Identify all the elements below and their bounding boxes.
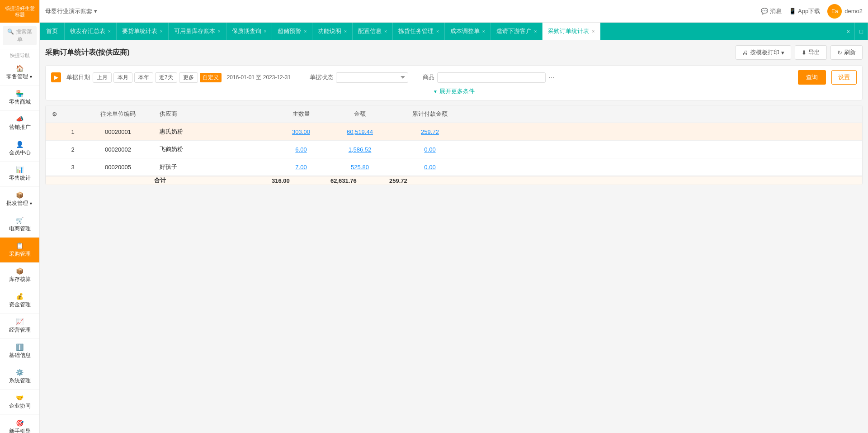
user-profile[interactable]: Ea demo2 (827, 4, 863, 19)
tab-close-function-desc[interactable]: × (344, 29, 347, 34)
row-seq-cell: 3 (64, 158, 82, 176)
tab-close-expiry-query[interactable]: × (264, 29, 267, 34)
footer-extra-cell (471, 176, 862, 185)
footer-seq-cell (64, 176, 82, 185)
tab-config-info[interactable]: 配置信息 × (353, 23, 393, 40)
row-extra-cell (471, 158, 862, 176)
sidebar-item-marketing[interactable]: 📣 营销推广 (0, 111, 39, 136)
sidebar-item-marketing-label: 营销推广 (9, 124, 31, 131)
print-button[interactable]: 🖨 按模板打印 ▾ (736, 45, 791, 60)
tab-cost-adjustment[interactable]: 成本调整单 × (445, 23, 491, 40)
tab-window-close[interactable]: × (842, 23, 855, 40)
col-settings-header[interactable]: ⚙ (46, 105, 64, 123)
sidebar-item-retail-mgmt[interactable]: 🏠 零售管理 ▼ (0, 60, 39, 86)
date-btn-more[interactable]: 更多 (179, 72, 198, 83)
sidebar-item-retail-stats[interactable]: 📊 零售统计 (0, 162, 39, 187)
tab-pick-task-mgmt-label: 拣货任务管理 (398, 27, 434, 35)
status-filter-select[interactable] (336, 72, 408, 83)
table-row[interactable]: 1 00020001 惠氏奶粉 303.00 60,519.44 259.72 (46, 123, 862, 141)
tab-function-desc[interactable]: 功能说明 × (312, 23, 353, 40)
row-settings-cell (46, 141, 64, 158)
tab-invite-downstream[interactable]: 邀请下游客户 × (491, 23, 543, 40)
tab-close-pick-task[interactable]: × (436, 29, 439, 34)
tab-close-available-inventory[interactable]: × (218, 29, 221, 34)
sidebar-item-system-mgmt[interactable]: ⚙️ 系统管理 (0, 364, 39, 390)
sidebar-item-ecommerce-mgmt[interactable]: 🛒 电商管理 (0, 212, 39, 238)
sidebar-item-wholesale-mgmt[interactable]: 📦 批发管理 ▼ (0, 187, 39, 212)
date-btn-last-7-days[interactable]: 近7天 (155, 72, 177, 83)
tab-receive-send-summary[interactable]: 收发存汇总表 × (65, 23, 117, 40)
date-custom-tag[interactable]: 自定义 (200, 73, 222, 82)
retail-mgmt-icon: 🏠 (16, 65, 24, 72)
table-header-row: ⚙ 往来单位编码 供应商 主数量 金额 (46, 105, 862, 123)
user-name: demo2 (844, 8, 863, 14)
marketing-icon: 📣 (16, 115, 24, 123)
date-range-display: 2016-01-01 至 2023-12-31 (227, 74, 291, 81)
sidebar-item-enterprise-collab[interactable]: 🤝 企业协同 (0, 390, 39, 415)
tab-close-purchase-order-stats[interactable]: × (592, 29, 594, 34)
row-settings-cell (46, 158, 64, 176)
sidebar-item-retail-mall-label: 零售商城 (9, 98, 31, 106)
tab-home[interactable]: 首页 (40, 23, 65, 40)
breadcrumb-dropdown-icon: ▾ (94, 8, 97, 14)
row-supplier-cell: 好孩子 (154, 158, 272, 176)
footer-main-qty-cell: 316.00 (272, 176, 330, 185)
table-row[interactable]: 3 00020005 好孩子 7.00 525.80 0.00 (46, 158, 862, 176)
date-btn-this-month[interactable]: 本月 (113, 72, 132, 83)
date-btn-last-month[interactable]: 上月 (93, 72, 112, 83)
row-amount-cell: 525.80 (330, 158, 389, 176)
sidebar-item-inventory-check[interactable]: 📦 库存核算 (0, 263, 39, 288)
tab-close-overstock-alert[interactable]: × (304, 29, 307, 34)
tab-overstock-alert[interactable]: 超储预警 × (272, 23, 312, 40)
app-download-button[interactable]: 📱 App下载 (789, 7, 820, 15)
refresh-button[interactable]: ↻ 刷新 (830, 45, 863, 60)
wholesale-dropdown-icon: ▼ (29, 201, 33, 206)
tab-expiry-query[interactable]: 保质期查询 × (226, 23, 273, 40)
sidebar-item-finance-mgmt[interactable]: 💰 资金管理 (0, 288, 39, 314)
sidebar-item-ecommerce-mgmt-label: 电商管理 (9, 225, 31, 233)
tab-window-restore[interactable]: □ (855, 23, 868, 40)
tab-close-goods-single[interactable]: × (160, 29, 163, 34)
tab-pick-task-mgmt[interactable]: 拣货任务管理 × (393, 23, 445, 40)
status-filter: 单据状态 (310, 72, 408, 83)
export-icon: ⬇ (802, 49, 807, 56)
tab-function-desc-label: 功能说明 (318, 27, 341, 35)
sidebar-item-basic-info-label: 基础信息 (9, 352, 31, 359)
sidebar-item-retail-mall[interactable]: 🏪 零售商城 (0, 86, 39, 111)
sidebar-item-new-guide[interactable]: 🎯 新手引导 (0, 415, 39, 433)
export-button[interactable]: ⬇ 导出 (795, 45, 827, 60)
sidebar-search-area[interactable]: 🔍 搜索菜单 (0, 23, 39, 49)
tab-close-config-info[interactable]: × (384, 29, 387, 34)
filter-toggle-arrow[interactable]: ▶ (51, 72, 61, 82)
query-button[interactable]: 查询 (798, 70, 826, 85)
quick-nav-label: 快捷导航 (0, 49, 39, 60)
sidebar-item-member-center[interactable]: 👤 会员中心 (0, 136, 39, 162)
tab-available-inventory[interactable]: 可用量库存账本 × (169, 23, 226, 40)
message-button[interactable]: 💬 消息 (761, 7, 782, 15)
sidebar-item-retail-stats-label: 零售统计 (9, 174, 31, 182)
sidebar: 畅捷通好生意标题 🔍 搜索菜单 快捷导航 🏠 零售管理 ▼ 🏪 零售商城 📣 营… (0, 0, 40, 433)
col-settings-icon[interactable]: ⚙ (52, 111, 57, 118)
search-menu-input[interactable]: 🔍 搜索菜单 (3, 26, 37, 45)
tab-close-receive-send[interactable]: × (108, 29, 111, 34)
tab-expiry-query-label: 保质期查询 (232, 27, 261, 35)
date-quick-btns: 上月 本月 本年 近7天 更多 自定义 (93, 72, 222, 83)
sidebar-item-purchase-mgmt[interactable]: 📋 采购管理 (0, 238, 39, 263)
print-dropdown-icon: ▾ (781, 49, 784, 56)
tab-purchase-order-stats[interactable]: 采购订单统计表 × (542, 23, 600, 40)
sidebar-item-wholesale-mgmt-label: 批发管理 (6, 200, 28, 207)
status-filter-label: 单据状态 (310, 73, 333, 81)
date-btn-this-year[interactable]: 本年 (134, 72, 153, 83)
goods-filter-more-icon[interactable]: ··· (548, 73, 554, 81)
row-main-qty-cell: 7.00 (272, 158, 330, 176)
tab-goods-single-stats[interactable]: 要货单统计表 × (117, 23, 169, 40)
sidebar-item-basic-info[interactable]: ℹ️ 基础信息 (0, 339, 39, 364)
breadcrumb[interactable]: 母婴行业演示账套 ▾ (45, 7, 97, 15)
filter-expand-btn[interactable]: ▼ 展开更多条件 (51, 85, 857, 95)
settings-button[interactable]: 设置 (831, 70, 857, 85)
goods-filter-input[interactable] (437, 72, 546, 83)
tab-close-invite-downstream[interactable]: × (534, 29, 537, 34)
sidebar-item-operations-mgmt[interactable]: 📈 经营管理 (0, 314, 39, 339)
tab-close-cost-adjustment[interactable]: × (482, 29, 485, 34)
table-row[interactable]: 2 00020002 飞鹤奶粉 6.00 1,586.52 0.00 (46, 141, 862, 158)
